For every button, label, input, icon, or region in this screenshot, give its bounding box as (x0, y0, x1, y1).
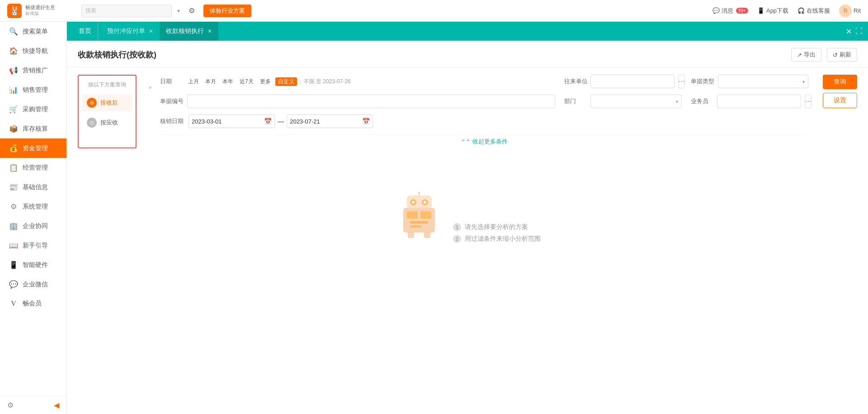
app-download-btn[interactable]: 📱 App下载 (757, 7, 788, 15)
tab-receivable-close[interactable]: ✕ (208, 28, 212, 34)
tab-receivable-label: 收款核销执行 (166, 27, 204, 35)
empty-hint-1: 1 请先选择要分析的方案 (453, 223, 541, 231)
date-7days[interactable]: 近7天 (238, 77, 255, 86)
purchase-icon: 🛒 (9, 105, 18, 114)
verify-date-start-icon[interactable]: 📅 (264, 118, 272, 125)
filter-option-receipt-label: 按收款 (100, 99, 118, 107)
settings-btn[interactable]: 设置 (823, 93, 857, 108)
tab-fullscreen-icon[interactable]: ⛶ (855, 27, 863, 35)
empty-num-1: 1 (453, 223, 461, 231)
export-btn[interactable]: ↗ 导出 (791, 48, 821, 62)
sidebar-item-smart-hw[interactable]: 📱 智能硬件 (0, 255, 66, 275)
empty-text-group: 1 请先选择要分析的方案 2 用过滤条件来缩小分析范围 (453, 223, 541, 243)
sidebar-item-guide[interactable]: 📖 新手引导 (0, 236, 66, 255)
svg-rect-2 (420, 211, 431, 219)
industry-btn[interactable]: 体验行业方案 (203, 5, 251, 17)
verify-date-start-input[interactable] (192, 118, 262, 125)
tab-prepay-close[interactable]: ✕ (149, 28, 153, 34)
tab-prepay[interactable]: 预付冲应付单 ✕ (101, 22, 160, 41)
collapse-sidebar-icon[interactable]: ◀ (54, 401, 59, 409)
receipt-icon: ⊕ (87, 98, 97, 108)
date-unlimit: 不限 至 2023-07-26 (304, 78, 351, 86)
guide-icon: 📖 (9, 241, 18, 250)
empty-box-illustration (394, 192, 444, 243)
tab-bar: 首页 预付冲应付单 ✕ 收款核销执行 ✕ ✕ ⛶ (67, 22, 868, 41)
verify-date-end-icon[interactable]: 📅 (362, 118, 370, 125)
settings-bottom-icon[interactable]: ⚙ (7, 401, 14, 409)
staff-input[interactable] (717, 95, 801, 108)
filter-option-by-receivable[interactable]: ◷ 按应收 (82, 114, 132, 131)
chevron-up-icon: ⌃⌃ (461, 138, 471, 145)
filter-option-by-receipt[interactable]: ⊕ 按收款 (82, 94, 132, 111)
export-label: 导出 (804, 51, 816, 59)
message-label: 消息 (722, 7, 733, 15)
sidebar-item-sys-admin[interactable]: ⚙ 系统管理 (0, 197, 66, 216)
date-more[interactable]: 更多 (258, 77, 273, 86)
bill-type-select-wrap: ▾ (718, 75, 808, 88)
svg-rect-1 (407, 211, 418, 219)
date-this-year[interactable]: 本年 (221, 77, 235, 86)
gear-icon[interactable]: ⚙ (185, 5, 198, 17)
sidebar-item-sales[interactable]: 📊 销售管理 (0, 80, 66, 100)
tab-home-label: 首页 (79, 27, 91, 35)
sidebar-item-basic-info[interactable]: 📰 基础信息 (0, 177, 66, 197)
collapse-more-row: ⌃⌃ 收起更多条件 (160, 134, 808, 148)
staff-dots-btn[interactable]: ··· (805, 95, 811, 108)
empty-num-2: 2 (453, 235, 461, 243)
refresh-icon: ↺ (833, 52, 838, 58)
tab-receivable[interactable]: 收款核销执行 ✕ (160, 22, 218, 41)
sidebar-label-search-menu: 搜索菜单 (23, 28, 48, 36)
top-header: 🐰 畅捷通好生意 标准版 搜索 ▾ ⚙ 体验行业方案 💬 消息 99+ 📱 Ap… (0, 0, 868, 22)
date-range-dash: — (278, 118, 284, 125)
filter-option-receivable-label: 按应收 (100, 119, 118, 127)
finance-icon: 💰 (9, 144, 18, 152)
collapse-more-btn[interactable]: ⌃⌃ 收起更多条件 (461, 138, 508, 146)
sidebar-item-member[interactable]: V 畅会员 (0, 294, 66, 313)
sidebar-label-guide: 新手引导 (23, 242, 48, 250)
refresh-btn[interactable]: ↺ 刷新 (827, 48, 857, 62)
empty-hint-2: 2 用过滤条件来缩小分析范围 (453, 235, 541, 243)
sidebar-item-quick-nav[interactable]: 🏠 快捷导航 (0, 41, 66, 61)
sidebar-item-finance[interactable]: 💰 资金管理 (0, 138, 66, 158)
bill-num-input[interactable] (187, 95, 555, 108)
empty-hint-1-text: 请先选择要分析的方案 (465, 223, 528, 231)
sidebar-item-marketing[interactable]: 📢 营销推广 (0, 61, 66, 80)
message-btn[interactable]: 💬 消息 99+ (712, 7, 748, 15)
filter-bill-type-field: 单据类型 ▾ (691, 75, 808, 88)
filter-staff-field: 业务员 ··· (691, 95, 808, 108)
sidebar-item-inventory[interactable]: 📦 库存核算 (0, 119, 66, 138)
user-area[interactable]: R Rit (839, 5, 861, 17)
query-btn[interactable]: 查询 (823, 75, 857, 89)
date-custom[interactable]: 自定义 (275, 77, 297, 86)
collapse-filter-btn[interactable]: » (146, 78, 155, 96)
staff-label: 业务员 (691, 97, 713, 105)
empty-hint-2-text: 用过滤条件来缩小分析范围 (465, 235, 541, 243)
sidebar-label-sales: 销售管理 (23, 86, 48, 94)
verify-date-end-input[interactable] (290, 118, 360, 125)
sidebar-item-wechat[interactable]: 💬 企业微信 (0, 275, 66, 294)
verify-date-end-wrap: 📅 (287, 114, 373, 128)
header-search-bar[interactable]: 搜索 (81, 5, 172, 17)
date-this-month[interactable]: 本月 (203, 77, 218, 86)
sidebar-item-operations[interactable]: 📋 经营管理 (0, 158, 66, 177)
logo-badge: 标准版 (25, 10, 55, 17)
export-icon: ↗ (797, 52, 802, 58)
sidebar-label-wechat: 企业微信 (23, 281, 48, 289)
tab-close-all-icon[interactable]: ✕ (846, 27, 852, 36)
sidebar-item-purchase[interactable]: 🛒 采购管理 (0, 100, 66, 119)
logo-area: 🐰 畅捷通好生意 标准版 (7, 4, 74, 18)
header-right: 💬 消息 99+ 📱 App下载 🎧 在线客服 R Rit (712, 5, 861, 17)
partner-input[interactable] (590, 75, 675, 88)
svg-rect-4 (410, 225, 421, 228)
bill-type-select[interactable] (718, 75, 808, 88)
sidebar-item-search-menu[interactable]: 🔍 搜索菜单 (0, 22, 66, 41)
dropdown-icon[interactable]: ▾ (177, 8, 180, 14)
basic-info-icon: 📰 (9, 183, 18, 191)
tab-home[interactable]: 首页 (72, 22, 98, 41)
date-last-month[interactable]: 上月 (186, 77, 201, 86)
partner-dots-btn[interactable]: ··· (678, 75, 685, 88)
page-header-actions: ↗ 导出 ↺ 刷新 (791, 48, 857, 62)
department-select[interactable] (590, 95, 682, 108)
online-service-btn[interactable]: 🎧 在线客服 (797, 7, 830, 15)
sidebar-item-enterprise[interactable]: 🏢 企业协同 (0, 216, 66, 236)
